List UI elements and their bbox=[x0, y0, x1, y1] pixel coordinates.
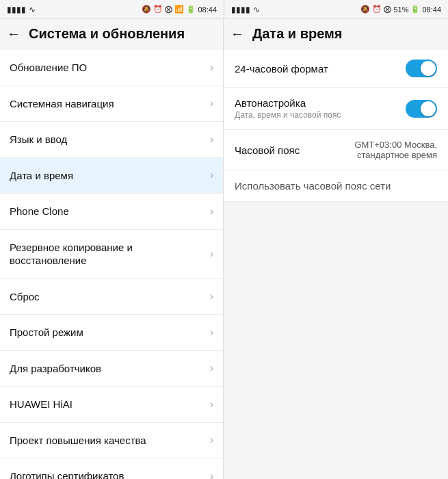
right-panel-title: Дата и время bbox=[252, 26, 343, 42]
chevron-hiai: › bbox=[210, 398, 213, 411]
chevron-simple: › bbox=[210, 326, 213, 339]
right-status-bar: ▮▮▮▮ ∿ 🔕 ⏰ ⨂ 51% 🔋 08:44 bbox=[224, 0, 448, 19]
left-panel: ← Система и обновления Обновление ПО › С… bbox=[0, 19, 224, 479]
chevron-lang: › bbox=[210, 133, 213, 146]
toggle-format24[interactable] bbox=[406, 60, 437, 77]
menu-label-ota: Обновление ПО bbox=[10, 61, 205, 75]
toggle-knob-format24 bbox=[421, 61, 436, 76]
toggle-knob-auto bbox=[421, 101, 436, 116]
setting-label-auto: Автонастройка Дата, время и часовой пояс bbox=[235, 97, 341, 120]
menu-item-lang[interactable]: Язык и ввод › bbox=[0, 122, 223, 158]
left-status-right: 🔕 ⏰ ⨂ 📶 🔋 08:44 bbox=[142, 5, 217, 14]
left-header: ← Система и обновления bbox=[0, 19, 223, 50]
right-back-button[interactable]: ← bbox=[230, 26, 244, 42]
menu-label-phoneclone: Phone Clone bbox=[10, 205, 205, 218]
menu-label-lang: Язык и ввод bbox=[10, 133, 205, 146]
network-timezone-label: Использовать часовой пояс сети bbox=[235, 180, 391, 192]
setting-row-auto: Автонастройка Дата, время и часовой пояс bbox=[224, 88, 448, 130]
chevron-ota: › bbox=[210, 62, 213, 74]
chevron-quality: › bbox=[210, 434, 213, 446]
signal-icon: ▮▮▮▮ bbox=[7, 5, 26, 14]
alarm-icon: ⏰ bbox=[153, 5, 163, 14]
network-timezone-link[interactable]: Использовать часовой пояс сети bbox=[224, 170, 448, 202]
menu-label-datetime: Дата и время bbox=[10, 169, 205, 183]
menu-item-reset[interactable]: Сброс › bbox=[0, 279, 223, 315]
right-status-signal: ▮▮▮▮ ∿ bbox=[231, 5, 260, 14]
menu-item-nav[interactable]: Системная навигация › bbox=[0, 86, 223, 122]
right-header: ← Дата и время bbox=[224, 19, 448, 50]
setting-row-format24: 24-часовой формат bbox=[224, 50, 448, 88]
menu-label-backup: Резервное копирование и восстановление bbox=[10, 241, 205, 268]
menu-label-certs: Логотипы сертификатов bbox=[10, 469, 205, 479]
chevron-datetime: › bbox=[210, 169, 213, 181]
toggle-auto[interactable] bbox=[406, 100, 437, 118]
bluetooth-icon: ⨂ bbox=[165, 5, 172, 14]
battery-pct: 📶 bbox=[174, 5, 184, 14]
menu-item-backup[interactable]: Резервное копирование и восстановление › bbox=[0, 230, 223, 279]
menu-label-quality: Проект повышения качества bbox=[10, 434, 205, 448]
setting-row-timezone[interactable]: Часовой пояс GMT+03:00 Москва, стандартн… bbox=[224, 130, 448, 170]
chevron-nav: › bbox=[210, 97, 213, 109]
left-status-signal: ▮▮▮▮ ∿ bbox=[7, 5, 36, 14]
chevron-dev: › bbox=[210, 362, 213, 374]
r-signal-icon: ▮▮▮▮ bbox=[231, 5, 250, 14]
timezone-value: GMT+03:00 Москва, стандартное время bbox=[341, 140, 437, 160]
menu-item-datetime[interactable]: Дата и время › bbox=[0, 158, 223, 194]
menu-label-dev: Для разработчиков bbox=[10, 362, 205, 376]
left-panel-title: Система и обновления bbox=[29, 26, 185, 42]
r-battery-icon: 🔋 bbox=[410, 5, 420, 14]
chevron-reset: › bbox=[210, 290, 213, 302]
r-notification-icon: 🔕 bbox=[360, 5, 370, 14]
menu-item-phoneclone[interactable]: Phone Clone › bbox=[0, 194, 223, 230]
notification-icon: 🔕 bbox=[142, 5, 151, 14]
left-time: 08:44 bbox=[198, 5, 217, 14]
menu-item-certs[interactable]: Логотипы сертификатов › bbox=[0, 458, 223, 479]
left-status-bar: ▮▮▮▮ ∿ 🔕 ⏰ ⨂ 📶 🔋 08:44 bbox=[0, 0, 224, 19]
menu-item-ota[interactable]: Обновление ПО › bbox=[0, 50, 223, 86]
chevron-phoneclone: › bbox=[210, 205, 213, 218]
menu-label-nav: Системная навигация bbox=[10, 97, 205, 111]
menu-item-simple[interactable]: Простой режим › bbox=[0, 315, 223, 351]
setting-label-format24: 24-часовой формат bbox=[235, 63, 328, 75]
menu-item-dev[interactable]: Для разработчиков › bbox=[0, 351, 223, 387]
menu-item-quality[interactable]: Проект повышения качества › bbox=[0, 423, 223, 459]
right-time: 08:44 bbox=[422, 5, 441, 14]
r-wifi-icon: ∿ bbox=[253, 5, 260, 14]
panels: ← Система и обновления Обновление ПО › С… bbox=[0, 19, 448, 479]
left-back-button[interactable]: ← bbox=[7, 26, 21, 42]
menu-label-simple: Простой режим bbox=[10, 326, 205, 339]
battery-icon: 🔋 bbox=[186, 5, 196, 14]
r-alarm-icon: ⏰ bbox=[372, 5, 382, 14]
wifi-icon: ∿ bbox=[29, 5, 36, 14]
menu-label-hiai: HUAWEI HiAI bbox=[10, 398, 205, 411]
right-status-right: 🔕 ⏰ ⨂ 51% 🔋 08:44 bbox=[360, 5, 441, 14]
menu-label-reset: Сброс bbox=[10, 290, 205, 304]
menu-item-hiai[interactable]: HUAWEI HiAI › bbox=[0, 387, 223, 423]
right-panel: ← Дата и время 24-часовой формат Автонас… bbox=[224, 19, 448, 479]
r-battery-pct: 51% bbox=[393, 5, 408, 14]
setting-label-timezone: Часовой пояс bbox=[235, 144, 300, 156]
chevron-certs: › bbox=[210, 470, 213, 479]
r-bluetooth-icon: ⨂ bbox=[384, 5, 391, 14]
chevron-backup: › bbox=[210, 248, 213, 260]
status-bars: ▮▮▮▮ ∿ 🔕 ⏰ ⨂ 📶 🔋 08:44 ▮▮▮▮ ∿ 🔕 ⏰ ⨂ 51% … bbox=[0, 0, 448, 19]
